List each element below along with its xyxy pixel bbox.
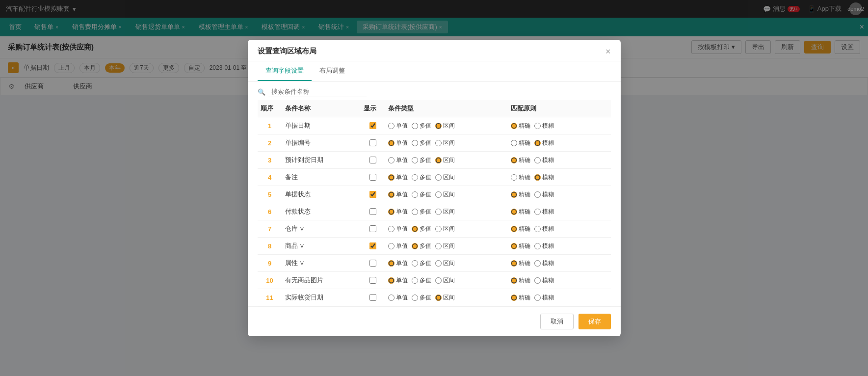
search-icon: 🔍: [258, 88, 265, 96]
tab-layout-adjust[interactable]: 布局调整: [312, 61, 353, 81]
tab-query-fields[interactable]: 查询字段设置: [258, 61, 312, 81]
dialog-header: 设置查询区域布局 ×: [248, 40, 621, 61]
modal-overlay[interactable]: 设置查询区域布局 × 查询字段设置 布局调整 🔍 顺序 条件名称 显示 条件类型: [0, 0, 868, 95]
dialog-close-button[interactable]: ×: [605, 47, 611, 56]
dialog-title: 设置查询区域布局: [258, 47, 316, 56]
dialog-search-area: 🔍: [248, 81, 621, 95]
dialog-tabs: 查询字段设置 布局调整: [248, 61, 621, 81]
condition-search-input[interactable]: [268, 86, 367, 95]
dialog: 设置查询区域布局 × 查询字段设置 布局调整 🔍 顺序 条件名称 显示 条件类型: [248, 40, 621, 95]
